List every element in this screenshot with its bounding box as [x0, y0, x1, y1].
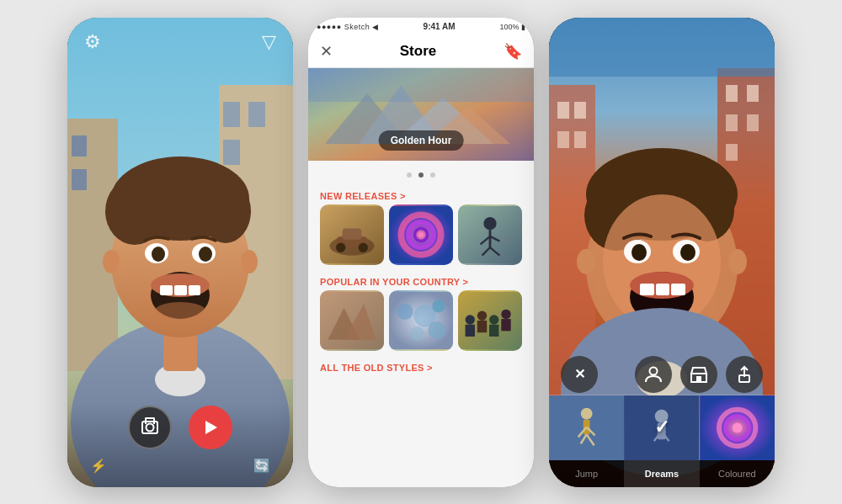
camera-bottom-icons: ⚡ 🔄	[90, 458, 270, 474]
share-icon	[735, 365, 754, 384]
close-filter-button[interactable]: ✕	[561, 356, 598, 393]
svg-point-59	[429, 321, 446, 338]
store-screen: ●●●●● Sketch ◀ 9:41 AM 100% ▮ ✕ Store 🔖	[308, 18, 534, 487]
gear-icon[interactable]: ⚙	[84, 31, 101, 53]
section-new-releases[interactable]: NEW RELEASES >	[308, 186, 534, 204]
hero-label: Golden Hour	[379, 130, 464, 151]
svg-rect-76	[726, 85, 738, 102]
svg-rect-68	[501, 319, 510, 331]
bookmark-icon[interactable]: 🔖	[504, 42, 522, 61]
svg-rect-51	[320, 291, 384, 348]
svg-rect-72	[574, 102, 586, 119]
camera-icon	[141, 421, 158, 434]
filter-jump-thumb[interactable]	[549, 395, 624, 460]
svg-rect-80	[726, 144, 738, 161]
svg-point-38	[359, 242, 368, 252]
filter-dreams-thumb[interactable]: ✓	[624, 395, 699, 460]
svg-point-61	[466, 315, 475, 324]
svg-point-97	[728, 249, 747, 274]
status-signal: ●●●●● Sketch ◀	[317, 23, 379, 31]
svg-point-64	[501, 309, 510, 318]
svg-rect-79	[747, 114, 759, 131]
filter-icon[interactable]: ▽	[262, 31, 276, 53]
svg-point-89	[632, 244, 647, 261]
svg-rect-81	[549, 18, 775, 77]
svg-rect-94	[656, 284, 669, 295]
svg-rect-74	[574, 131, 586, 148]
close-store-button[interactable]: ✕	[320, 42, 333, 61]
status-bar: ●●●●● Sketch ◀ 9:41 AM 100% ▮	[308, 18, 534, 36]
phone-store: ●●●●● Sketch ◀ 9:41 AM 100% ▮ ✕ Store 🔖	[308, 18, 534, 487]
capture-video-button[interactable]	[189, 406, 232, 449]
svg-rect-77	[747, 85, 759, 102]
hero-banner[interactable]: Golden Hour	[308, 68, 534, 161]
svg-point-19	[151, 272, 210, 319]
svg-point-62	[477, 310, 487, 320]
svg-point-20	[151, 273, 210, 297]
svg-point-24	[155, 302, 205, 319]
svg-rect-10	[163, 312, 197, 371]
filter-thumb-pop1[interactable]	[320, 290, 384, 351]
svg-rect-32	[308, 68, 534, 102]
svg-rect-65	[466, 324, 475, 336]
svg-point-57	[432, 300, 445, 312]
filter-label-coloured[interactable]: Coloured	[700, 460, 775, 487]
filter-thumb-pop2[interactable]	[389, 290, 453, 351]
phone-filter: ✕	[549, 18, 775, 487]
filter-thumb-pop3[interactable]	[458, 290, 522, 351]
status-battery: 100% ▮	[499, 23, 525, 31]
dot-2	[418, 172, 424, 178]
svg-rect-67	[489, 324, 498, 336]
filter-strip: ✓ Jump	[549, 395, 775, 487]
filter-coloured-thumb[interactable]	[700, 395, 775, 460]
svg-point-106	[581, 407, 593, 419]
person-icon	[644, 365, 663, 384]
filter-thumbnails-row: ✓	[549, 395, 775, 460]
building-bg	[67, 102, 293, 270]
share-icon-button[interactable]	[726, 356, 763, 393]
new-releases-row	[308, 204, 534, 272]
phone3-action-row: ✕	[549, 356, 775, 393]
svg-point-120	[732, 422, 742, 432]
capture-photo-button[interactable]	[128, 406, 172, 449]
filter-thumb-vintage[interactable]	[320, 204, 384, 265]
profile-icon-button[interactable]	[635, 356, 672, 393]
svg-point-63	[489, 315, 498, 324]
dot-3	[430, 172, 435, 178]
flash-icon[interactable]: ⚡	[90, 458, 107, 474]
filter-thumb-colorful[interactable]	[389, 204, 453, 265]
svg-point-100	[650, 367, 658, 374]
svg-rect-107	[584, 419, 590, 434]
carousel-dots	[308, 161, 534, 186]
svg-point-45	[483, 217, 496, 230]
svg-point-58	[410, 326, 424, 340]
filter-label-dreams[interactable]: Dreams	[624, 460, 699, 487]
store-content: Golden Hour NEW RELEASES >	[308, 68, 534, 487]
flip-camera-icon[interactable]: 🔄	[253, 458, 270, 474]
section-popular[interactable]: POPULAR IN YOUR COUNTRY >	[308, 272, 534, 290]
camera-bottom-controls: ⚡ 🔄	[67, 403, 293, 487]
filter-label-jump[interactable]: Jump	[549, 460, 624, 487]
filter-thumb-skate[interactable]	[458, 204, 522, 265]
svg-rect-22	[174, 285, 187, 295]
store-icon-button[interactable]	[680, 356, 717, 393]
svg-point-55	[397, 304, 413, 320]
filter-labels-row: Jump Dreams Coloured	[549, 460, 775, 487]
svg-rect-66	[477, 321, 487, 332]
popular-row	[308, 290, 534, 358]
dot-1	[407, 172, 412, 178]
svg-point-43	[418, 232, 424, 237]
svg-rect-95	[671, 284, 685, 295]
active-check: ✓	[654, 416, 669, 438]
svg-rect-21	[160, 285, 173, 295]
status-time: 9:41 AM	[424, 22, 456, 31]
store-title: Store	[400, 43, 436, 60]
video-icon	[205, 421, 217, 434]
svg-point-9	[155, 363, 205, 396]
svg-point-37	[336, 242, 345, 252]
section-old-styles[interactable]: ALL THE OLD STYLES >	[308, 358, 534, 376]
store-nav: ✕ Store 🔖	[308, 36, 534, 68]
svg-point-90	[680, 244, 695, 261]
svg-rect-93	[640, 284, 654, 295]
svg-rect-73	[557, 131, 569, 148]
